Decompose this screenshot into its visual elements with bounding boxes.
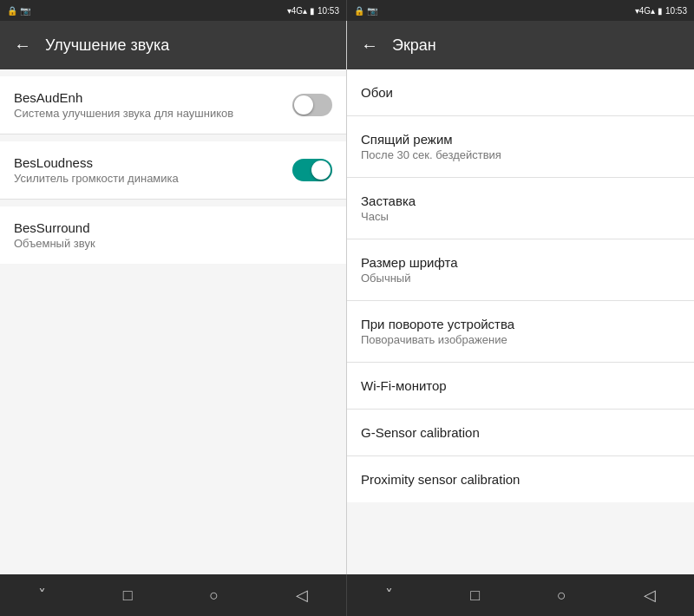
- status-bar-dual: 🔒 📷 ▾4G▴ ▮ 10:53 🔒 📷 ▾4G▴ ▮ 10:53: [0, 0, 694, 21]
- item-title: G-Sensor calibration: [361, 425, 680, 440]
- list-item[interactable]: Размер шрифта Обычный: [347, 239, 694, 301]
- item-title: Обои: [361, 85, 680, 100]
- bottom-nav-dual: ˅ □ ○ ◁ ˅ □ ○ ◁: [0, 574, 694, 616]
- item-subtitle: Обычный: [361, 272, 680, 285]
- item-text: BesAudEnh Система улучшения звука для на…: [14, 90, 292, 120]
- signal-icon-right: ▾4G▴: [635, 6, 655, 16]
- status-icons-left: 🔒 📷: [7, 6, 30, 16]
- nav-circle-right[interactable]: ○: [543, 580, 580, 612]
- item-title: Спящий режим: [361, 132, 680, 147]
- lock-icon-right: 🔒: [354, 6, 364, 16]
- time-right: 10:53: [665, 6, 687, 16]
- right-panel: ← Экран Обои Спящий режим После 30 сек. …: [347, 21, 694, 574]
- status-info-right: ▾4G▴ ▮ 10:53: [635, 6, 687, 16]
- nav-circle-left[interactable]: ○: [195, 580, 232, 612]
- status-info-left: ▾4G▴ ▮ 10:53: [287, 6, 339, 16]
- list-item[interactable]: BesAudEnh Система улучшения звука для на…: [0, 76, 346, 134]
- battery-icon-left: ▮: [310, 6, 315, 16]
- item-title: BesLoudness: [14, 155, 292, 170]
- nav-chevron-right[interactable]: ˅: [371, 579, 407, 612]
- list-item[interactable]: Proximity sensor calibration: [347, 456, 694, 502]
- bottom-nav-right: ˅ □ ○ ◁: [347, 574, 694, 616]
- signal-icon-left: ▾4G▴: [287, 6, 307, 16]
- left-settings-list: BesAudEnh Система улучшения звука для на…: [0, 69, 346, 574]
- right-panel-title: Экран: [392, 36, 436, 55]
- item-subtitle: Объемный звук: [14, 237, 332, 250]
- item-title: BesAudEnh: [14, 90, 292, 105]
- status-icons-right: 🔒 📷: [354, 6, 377, 16]
- nav-square-right[interactable]: □: [456, 580, 494, 612]
- item-title: Proximity sensor calibration: [361, 472, 680, 487]
- status-bar-right-panel: 🔒 📷 ▾4G▴ ▮ 10:53: [347, 0, 694, 21]
- list-item[interactable]: Заставка Часы: [347, 178, 694, 239]
- item-text: BesSurround Объемный звук: [14, 220, 332, 250]
- nav-back-right[interactable]: ◁: [630, 579, 670, 612]
- left-panel-title: Улучшение звука: [45, 36, 169, 55]
- toggle-knob: [311, 161, 331, 180]
- list-item[interactable]: Спящий режим После 30 сек. бездействия: [347, 116, 694, 178]
- item-title: При повороте устройства: [361, 317, 680, 331]
- toggle-knob: [294, 95, 313, 115]
- nav-back-left[interactable]: ◁: [282, 579, 322, 612]
- camera-icon-right: 📷: [367, 6, 377, 16]
- toggle-besaudenv[interactable]: [292, 94, 332, 116]
- list-item[interactable]: Wi-Fi-монитор: [347, 363, 694, 410]
- list-item[interactable]: G-Sensor calibration: [347, 410, 694, 456]
- list-item[interactable]: BesLoudness Усилитель громкости динамика: [0, 141, 346, 200]
- item-text: BesLoudness Усилитель громкости динамика: [14, 155, 292, 185]
- panels-container: ← Улучшение звука BesAudEnh Система улуч…: [0, 21, 694, 574]
- left-back-button[interactable]: ←: [14, 36, 31, 56]
- list-item[interactable]: При повороте устройства Поворачивать изо…: [347, 301, 694, 363]
- right-settings-list: Обои Спящий режим После 30 сек. бездейст…: [347, 69, 694, 574]
- lock-icon: 🔒: [7, 6, 17, 16]
- camera-icon: 📷: [20, 6, 30, 16]
- item-subtitle: Поворачивать изображение: [361, 333, 680, 346]
- item-subtitle: После 30 сек. бездействия: [361, 148, 680, 161]
- item-title: BesSurround: [14, 220, 332, 235]
- battery-icon-right: ▮: [658, 6, 663, 16]
- item-subtitle: Часы: [361, 210, 680, 223]
- left-toolbar: ← Улучшение звука: [0, 21, 346, 69]
- item-title: Wi-Fi-монитор: [361, 378, 680, 393]
- bottom-nav-left: ˅ □ ○ ◁: [0, 574, 347, 616]
- time-left: 10:53: [318, 6, 339, 16]
- nav-chevron-left[interactable]: ˅: [24, 579, 60, 612]
- item-title: Размер шрифта: [361, 255, 680, 270]
- left-panel: ← Улучшение звука BesAudEnh Система улуч…: [0, 21, 347, 574]
- item-title: Заставка: [361, 193, 680, 208]
- right-back-button[interactable]: ←: [361, 36, 378, 56]
- list-item[interactable]: BesSurround Объемный звук: [0, 206, 346, 264]
- right-toolbar: ← Экран: [347, 21, 694, 69]
- toggle-besloudness[interactable]: [292, 159, 332, 181]
- item-subtitle: Система улучшения звука для наушников: [14, 107, 292, 120]
- list-item[interactable]: Обои: [347, 69, 694, 116]
- status-bar-left-panel: 🔒 📷 ▾4G▴ ▮ 10:53: [0, 0, 347, 21]
- nav-square-left[interactable]: □: [109, 580, 147, 612]
- item-subtitle: Усилитель громкости динамика: [14, 172, 292, 185]
